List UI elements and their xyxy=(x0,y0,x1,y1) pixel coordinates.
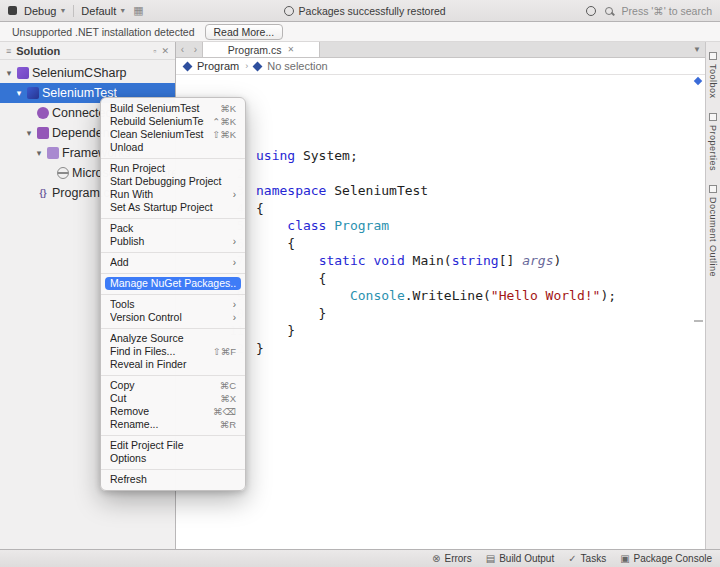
menu-item-unload[interactable]: Unload xyxy=(101,141,245,154)
code-token: SeleniumTest xyxy=(326,183,428,198)
status-item-tasks[interactable]: ✓Tasks xyxy=(568,553,606,564)
breadcrumb-member[interactable]: No selection xyxy=(267,60,328,72)
close-icon[interactable]: ✕ xyxy=(161,46,169,56)
dock-icon[interactable]: ▫ xyxy=(153,46,156,56)
menu-item-tools[interactable]: Tools› xyxy=(101,298,245,311)
menu-item-remove[interactable]: Remove⌘⌫ xyxy=(101,405,245,418)
menu-separator xyxy=(101,252,245,253)
editor-tab-bar: ‹ › Program.cs ✕ ▼ xyxy=(176,42,705,58)
notification-message: Unsupported .NET installation detected xyxy=(12,26,195,38)
project-context-menu: Build SeleniumTest⌘KRebuild SeleniumTest… xyxy=(100,97,246,491)
status-bar: ⊗Errors▤Build Output✓Tasks▣Package Conso… xyxy=(0,549,720,567)
tree-chevron-icon[interactable]: ▾ xyxy=(34,148,44,158)
tab-program-cs[interactable]: Program.cs ✕ xyxy=(202,42,320,57)
stop-button[interactable] xyxy=(8,6,17,15)
menu-item-label: Version Control xyxy=(110,311,225,324)
code-editor[interactable]: 1using System;23namespace SeleniumTest4{… xyxy=(176,75,705,549)
menu-item-shortcut: ⌃⌘K xyxy=(212,115,236,128)
pad-tab-label: Document Outline xyxy=(708,197,718,277)
debug-config-dropdown[interactable]: Debug ▼ xyxy=(24,5,66,17)
tab-overflow-icon[interactable]: ▼ xyxy=(689,42,705,57)
menu-item-build-seleniumtest[interactable]: Build SeleniumTest⌘K xyxy=(101,102,245,115)
menu-item-shortcut: ⌘C xyxy=(220,379,236,392)
tab-close-icon[interactable]: ✕ xyxy=(287,45,294,54)
pad-tab-properties[interactable]: Properties xyxy=(708,113,718,171)
menu-item-run-with[interactable]: Run With› xyxy=(101,188,245,201)
breadcrumb-class[interactable]: Program xyxy=(197,60,239,72)
toolbar-status[interactable]: Packages successfully restored xyxy=(284,5,446,17)
code-line: 8 { xyxy=(176,270,705,288)
menu-item-shortcut: ⇧⌘F xyxy=(213,345,236,358)
menu-item-cut[interactable]: Cut⌘X xyxy=(101,392,245,405)
submenu-arrow-icon: › xyxy=(233,188,236,201)
menu-item-label: Refresh xyxy=(110,473,236,486)
code-line: 5 class Program xyxy=(176,217,705,235)
tab-next-icon[interactable]: › xyxy=(189,42,202,57)
code-token: using xyxy=(256,148,295,163)
menu-item-manage-nuget-packages[interactable]: Manage NuGet Packages... xyxy=(105,277,241,290)
status-item-label: Errors xyxy=(444,553,471,564)
tree-chevron-icon[interactable]: ▾ xyxy=(4,68,14,78)
menu-item-label: Copy xyxy=(110,379,212,392)
menu-item-edit-project-file[interactable]: Edit Project File xyxy=(101,439,245,452)
menu-separator xyxy=(101,469,245,470)
menu-item-set-as-startup-project[interactable]: Set As Startup Project xyxy=(101,201,245,214)
package-icon: ▣ xyxy=(620,553,629,564)
tree-chevron-icon[interactable]: ▾ xyxy=(24,128,34,138)
notification-bar: Unsupported .NET installation detected R… xyxy=(0,22,720,42)
code-line: 6 { xyxy=(176,235,705,253)
code-token: void xyxy=(373,253,404,268)
menu-item-refresh[interactable]: Refresh xyxy=(101,473,245,486)
solution-icon xyxy=(17,67,29,79)
tab-label: Program.cs xyxy=(228,44,282,56)
status-item-errors[interactable]: ⊗Errors xyxy=(432,553,472,564)
menu-item-analyze-source[interactable]: Analyze Source xyxy=(101,332,245,345)
scrollbar-marker xyxy=(694,320,703,322)
info-icon[interactable] xyxy=(586,6,596,16)
code-token: Program xyxy=(334,218,389,233)
csharp-file-icon: {} xyxy=(37,187,49,199)
menu-item-find-in-files[interactable]: Find in Files...⇧⌘F xyxy=(101,345,245,358)
code-token: .WriteLine( xyxy=(405,288,491,303)
code-token: [] xyxy=(499,253,522,268)
menu-item-run-project[interactable]: Run Project xyxy=(101,162,245,175)
menu-separator xyxy=(101,158,245,159)
menu-item-rename[interactable]: Rename...⌘R xyxy=(101,418,245,431)
tasks-icon: ✓ xyxy=(568,553,576,564)
tree-chevron-icon[interactable]: ▾ xyxy=(14,88,24,98)
menu-item-pack[interactable]: Pack xyxy=(101,222,245,235)
menu-item-label: Remove xyxy=(110,405,205,418)
menu-item-label: Rebuild SeleniumTest xyxy=(110,115,204,128)
menu-item-rebuild-seleniumtest[interactable]: Rebuild SeleniumTest⌃⌘K xyxy=(101,115,245,128)
menu-item-options[interactable]: Options xyxy=(101,452,245,465)
read-more-button[interactable]: Read More... xyxy=(205,24,284,40)
menu-item-copy[interactable]: Copy⌘C xyxy=(101,379,245,392)
run-target-dropdown[interactable]: Default ▼ xyxy=(81,5,126,17)
search-icon[interactable] xyxy=(605,7,613,15)
solution-pad-header: ≡ Solution ▫ ✕ xyxy=(0,42,175,60)
menu-item-publish[interactable]: Publish› xyxy=(101,235,245,248)
menu-item-add[interactable]: Add› xyxy=(101,256,245,269)
hamburger-icon[interactable]: ≡ xyxy=(6,46,11,56)
menu-item-label: Find in Files... xyxy=(110,345,205,358)
code-token: { xyxy=(256,236,295,251)
tab-prev-icon[interactable]: ‹ xyxy=(176,42,189,57)
pad-tab-toolbox[interactable]: Toolbox xyxy=(708,52,718,99)
menu-item-reveal-in-finder[interactable]: Reveal in Finder xyxy=(101,358,245,371)
menu-item-label: Cut xyxy=(110,392,212,405)
code-token: namespace xyxy=(256,183,326,198)
menu-item-clean-seleniumtest[interactable]: Clean SeleniumTest⇧⌘K xyxy=(101,128,245,141)
search-field[interactable]: Press '⌘' to search xyxy=(622,5,712,17)
pad-tab-document-outline[interactable]: Document Outline xyxy=(708,185,718,277)
menu-item-start-debugging-project[interactable]: Start Debugging Project xyxy=(101,175,245,188)
menu-item-version-control[interactable]: Version Control› xyxy=(101,311,245,324)
chevron-down-icon: ▼ xyxy=(59,7,66,14)
tree-item-seleniumcsharp[interactable]: ▾SeleniumCSharp xyxy=(0,63,175,83)
menu-item-shortcut: ⌘⌫ xyxy=(213,405,236,418)
grid-icon[interactable]: ▦ xyxy=(133,4,143,17)
status-item-package-console[interactable]: ▣Package Console xyxy=(620,553,712,564)
status-item-label: Build Output xyxy=(499,553,554,564)
code-token: } xyxy=(256,306,326,321)
status-item-build-output[interactable]: ▤Build Output xyxy=(486,553,555,564)
document-outline-icon xyxy=(709,185,717,193)
